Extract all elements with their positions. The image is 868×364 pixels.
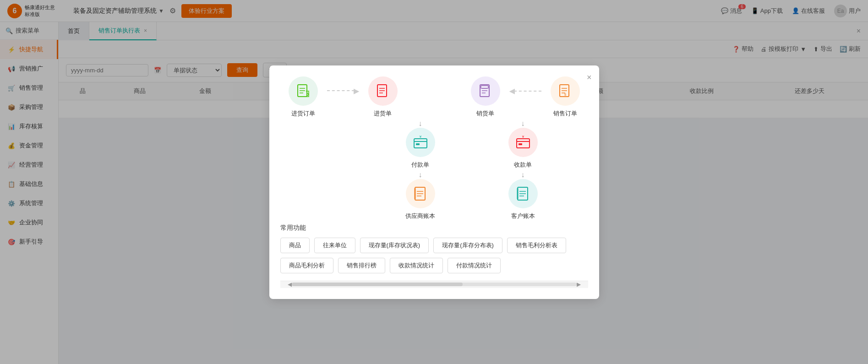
svg-rect-20	[416, 143, 420, 145]
modal-overlay[interactable]: × 进货订单 ▶ 进货单	[0, 0, 868, 364]
flow-arrows-down-2: ↓ ↓	[280, 171, 588, 179]
arrow-left-1: ▶	[509, 87, 541, 95]
flow-row-2: ¥ 付款单 ¥ 收款单	[280, 128, 588, 169]
scroll-thumb[interactable]	[292, 283, 463, 286]
scroll-track[interactable]	[292, 283, 577, 286]
svg-text:¥: ¥	[521, 135, 524, 139]
common-btn-7[interactable]: 收款情况统计	[390, 258, 443, 273]
common-btn-4[interactable]: 销售毛利分析表	[507, 238, 566, 253]
flow-row-1: 进货订单 ▶ 进货单 销货单	[280, 76, 588, 118]
svg-text:$: $	[564, 92, 566, 97]
svg-rect-22	[517, 139, 530, 148]
common-btn-8[interactable]: 付款情况统计	[448, 258, 501, 273]
common-btn-6[interactable]: 销售排行榜	[338, 258, 385, 273]
common-functions: 常用功能 商品往来单位现存量(库存状况表)现存量(库存分布表)销售毛利分析表商品…	[280, 224, 588, 273]
common-btn-5[interactable]: 商品毛利分析	[280, 258, 333, 273]
flow-node-customer-ledger[interactable]: 客户账本	[508, 179, 538, 220]
common-btn-2[interactable]: 现存量(库存状况表)	[360, 238, 429, 253]
modal-close-btn[interactable]: ×	[587, 73, 592, 82]
flow-row-3: 供应商账本 客户账本	[280, 179, 588, 220]
flow-node-sales-order[interactable]: $ 销售订单	[551, 76, 580, 118]
scroll-right-btn[interactable]: ▶	[577, 281, 581, 288]
common-btns-container: 商品往来单位现存量(库存状况表)现存量(库存分布表)销售毛利分析表商品毛利分析销…	[280, 238, 588, 273]
svg-rect-32	[517, 188, 519, 199]
common-btn-3[interactable]: 现存量(库存分布表)	[433, 238, 502, 253]
svg-rect-27	[414, 188, 416, 199]
flow-node-receipt[interactable]: ¥ 收款单	[508, 128, 538, 169]
common-btn-1[interactable]: 往来单位	[314, 238, 355, 253]
flow-node-purchase-bill[interactable]: 进货单	[368, 76, 398, 118]
flow-node-supplier-ledger[interactable]: 供应商账本	[405, 179, 435, 220]
common-title: 常用功能	[280, 224, 588, 232]
modal-scrollbar[interactable]: ◀ ▶	[280, 281, 588, 288]
svg-rect-12	[481, 86, 488, 88]
svg-rect-18	[414, 139, 427, 148]
flow-node-sales-bill[interactable]: 销货单	[471, 76, 500, 118]
arrow-right-1: ▶	[327, 87, 359, 95]
quick-nav-modal: × 进货订单 ▶ 进货单	[269, 65, 599, 299]
flow-node-purchase-order[interactable]: 进货订单	[289, 76, 318, 118]
svg-text:¥: ¥	[419, 135, 421, 139]
flow-node-payment[interactable]: ¥ 付款单	[406, 128, 435, 169]
common-btn-0[interactable]: 商品	[280, 238, 310, 253]
scroll-left-btn[interactable]: ◀	[288, 281, 292, 288]
flow-diagram: 进货订单 ▶ 进货单 销货单	[280, 76, 588, 220]
svg-rect-24	[519, 143, 522, 145]
flow-arrows-down: ↓ ↓	[280, 120, 588, 128]
